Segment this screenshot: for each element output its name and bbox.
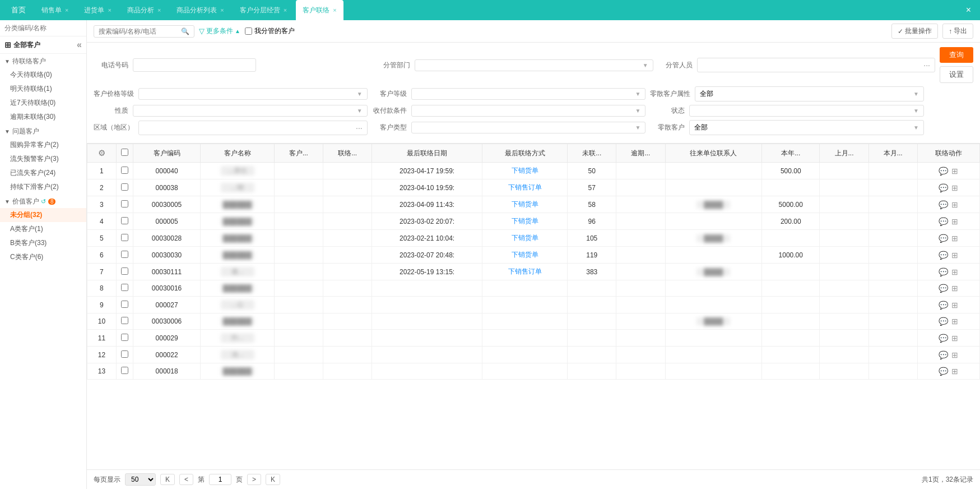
method-link[interactable]: 下销货单 [512, 217, 538, 225]
retail-attr-select[interactable]: 全部 ▼ [695, 86, 924, 102]
select-all-checkbox[interactable] [121, 149, 128, 156]
cell-action[interactable]: 💬 ⊞ [917, 363, 979, 380]
message-icon[interactable]: 💬 [939, 350, 948, 359]
row-checkbox[interactable] [121, 350, 128, 358]
cell-checkbox[interactable] [116, 280, 133, 297]
grid-icon[interactable]: ⊞ [951, 251, 958, 260]
row-checkbox[interactable] [121, 217, 128, 224]
cell-checkbox[interactable] [116, 179, 133, 196]
tab-product-analysis[interactable]: 商品分析 × [120, 0, 168, 20]
cell-last-method[interactable] [482, 280, 567, 297]
cell-checkbox[interactable] [116, 264, 133, 280]
method-link[interactable]: 下销货单 [512, 200, 538, 208]
price-level-select[interactable]: ▼ [138, 88, 368, 100]
method-link[interactable]: 下销售订单 [508, 183, 542, 191]
payment-select[interactable]: ▼ [411, 105, 646, 117]
dept-select-wrap[interactable]: ▼ [415, 59, 653, 71]
message-icon[interactable]: 💬 [939, 167, 948, 176]
grid-icon[interactable]: ⊞ [951, 267, 958, 276]
cell-last-method[interactable] [482, 363, 567, 380]
sidebar-churn-warning[interactable]: 流失预警客户(3) [0, 152, 86, 166]
message-icon[interactable]: 💬 [939, 217, 948, 226]
row-checkbox[interactable] [121, 317, 128, 324]
row-checkbox[interactable] [121, 183, 128, 191]
method-link[interactable]: 下销货单 [512, 167, 538, 174]
sidebar-churned[interactable]: 已流失客户(24) [0, 166, 86, 180]
row-checkbox[interactable] [121, 167, 128, 174]
th-this-year[interactable]: 本年... [762, 144, 820, 163]
region-dots-icon[interactable]: ··· [356, 123, 363, 132]
method-link[interactable]: 下销货单 [512, 251, 538, 259]
cell-action[interactable]: 💬 ⊞ [917, 230, 979, 247]
tab-customer-contact[interactable]: 客户联络 × [296, 0, 343, 20]
cell-action[interactable]: 💬 ⊞ [917, 213, 979, 230]
row-checkbox[interactable] [121, 334, 128, 341]
message-icon[interactable]: 💬 [939, 200, 948, 209]
refresh-icon[interactable]: ↺ [41, 198, 46, 205]
message-icon[interactable]: 💬 [939, 367, 948, 376]
sidebar-class-b[interactable]: B类客户(33) [0, 236, 86, 250]
cell-last-method[interactable] [482, 330, 567, 347]
sidebar-tomorrow-contact[interactable]: 明天待联络(1) [0, 82, 86, 96]
sidebar-class-a[interactable]: A类客户(1) [0, 222, 86, 236]
cell-action[interactable]: 💬 ⊞ [917, 196, 979, 213]
th-last-date[interactable]: 最后联络日期 [372, 144, 482, 163]
close-tab-product-analysis[interactable]: × [157, 7, 161, 13]
grid-icon[interactable]: ⊞ [951, 183, 958, 192]
sidebar-today-contact[interactable]: 今天待联络(0) [0, 68, 86, 82]
all-customers-header[interactable]: ⊞ 全部客户 « [0, 36, 86, 54]
cell-action[interactable]: 💬 ⊞ [917, 280, 979, 297]
sidebar-declining[interactable]: 持续下滑客户(2) [0, 180, 86, 194]
message-icon[interactable]: 💬 [939, 267, 948, 276]
message-icon[interactable]: 💬 [939, 317, 948, 326]
more-conditions-button[interactable]: ▽ 更多条件 ▲ [199, 26, 240, 36]
grid-icon[interactable]: ⊞ [951, 167, 958, 176]
close-tab-customer-layer[interactable]: × [284, 7, 287, 13]
cell-action[interactable]: 💬 ⊞ [917, 313, 979, 330]
cell-action[interactable]: 💬 ⊞ [917, 264, 979, 280]
close-tab-product-list[interactable]: × [220, 7, 224, 13]
grid-icon[interactable]: ⊞ [951, 334, 958, 343]
message-icon[interactable]: 💬 [939, 334, 948, 343]
grid-icon[interactable]: ⊞ [951, 234, 958, 243]
th-contact[interactable]: 联络... [323, 144, 372, 163]
cell-last-method[interactable]: 下销售订单 [482, 264, 567, 280]
close-tab-customer-contact[interactable]: × [333, 7, 336, 13]
page-size-select[interactable]: 50 100 200 [125, 473, 156, 486]
message-icon[interactable]: 💬 [939, 234, 948, 243]
cell-checkbox[interactable] [116, 297, 133, 313]
nature-select[interactable]: ▼ [133, 105, 368, 117]
collapse-sidebar-icon[interactable]: « [77, 40, 82, 50]
status-select[interactable]: ▼ [689, 105, 924, 117]
region-select[interactable]: ··· [138, 121, 368, 135]
sidebar-search-input[interactable] [4, 24, 87, 32]
method-link[interactable]: 下销售订单 [508, 267, 542, 275]
cell-action[interactable]: 💬 ⊞ [917, 297, 979, 313]
sidebar-class-c[interactable]: C类客户(6) [0, 250, 86, 264]
customer-level-select[interactable]: ▼ [411, 88, 646, 100]
next-page-button[interactable]: > [247, 474, 261, 485]
cell-checkbox[interactable] [116, 247, 133, 264]
message-icon[interactable]: 💬 [939, 251, 948, 260]
cell-last-method[interactable] [482, 313, 567, 330]
cell-checkbox[interactable] [116, 363, 133, 380]
person-dots-icon[interactable]: ··· [923, 61, 930, 70]
grid-icon[interactable]: ⊞ [951, 367, 958, 376]
cell-last-method[interactable]: 下销货单 [482, 213, 567, 230]
th-overdue[interactable]: 逾期... [616, 144, 665, 163]
message-icon[interactable]: 💬 [939, 183, 948, 192]
export-button[interactable]: ↑ 导出 [942, 24, 973, 39]
th-gear[interactable]: ⚙ [87, 144, 117, 163]
phone-input[interactable] [133, 58, 256, 72]
tab-purchase[interactable]: 进货单 × [77, 0, 118, 20]
row-checkbox[interactable] [121, 200, 128, 207]
grid-icon[interactable]: ⊞ [951, 350, 958, 359]
tab-sales[interactable]: 销售单 × [35, 0, 75, 20]
my-customer-checkbox[interactable] [245, 27, 252, 35]
th-company-contact[interactable]: 往来单位联系人 [665, 144, 762, 163]
cell-last-method[interactable]: 下销货单 [482, 247, 567, 264]
first-page-button[interactable]: K [160, 474, 175, 485]
cell-checkbox[interactable] [116, 213, 133, 230]
row-checkbox[interactable] [121, 367, 128, 374]
cell-action[interactable]: 💬 ⊞ [917, 247, 979, 264]
